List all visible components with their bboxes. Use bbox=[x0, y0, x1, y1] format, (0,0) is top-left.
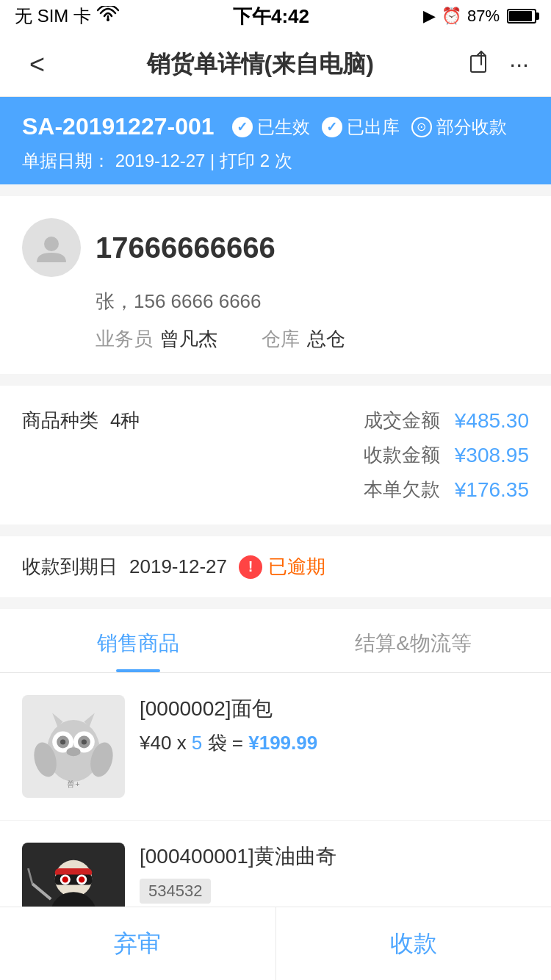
avatar bbox=[22, 218, 81, 277]
alarm-icon: ⏰ bbox=[442, 7, 461, 26]
status-badge-shipped: ✓ 已出库 bbox=[322, 115, 400, 139]
customer-row: 17666666666 bbox=[22, 218, 529, 277]
salesperson-info: 业务员 曾凡杰 bbox=[96, 326, 217, 352]
customer-section: 17666666666 张，156 6666 6666 业务员 曾凡杰 仓库 总… bbox=[0, 196, 551, 374]
customer-phone: 17666666666 bbox=[96, 231, 276, 264]
stats-right: 成交金额 ¥485.30 收款金额 ¥308.95 本单欠款 ¥176.35 bbox=[364, 408, 529, 502]
svg-point-10 bbox=[82, 739, 87, 744]
battery-percent: 87% bbox=[467, 7, 500, 26]
due-date: 2019-12-27 bbox=[129, 555, 227, 578]
check-icon-2: ✓ bbox=[322, 117, 342, 137]
product-name-1: [0000002]面包 bbox=[140, 695, 529, 723]
svg-text:兽+: 兽+ bbox=[67, 779, 79, 788]
order-id: SA-20191227-001 bbox=[22, 113, 215, 140]
tab-settlement[interactable]: 结算&物流等 bbox=[276, 609, 551, 672]
nav-actions: ··· bbox=[468, 48, 529, 81]
battery-icon bbox=[507, 9, 536, 24]
page-title: 销货单详情(来自电脑) bbox=[147, 48, 374, 81]
customer-meta: 业务员 曾凡杰 仓库 总仓 bbox=[22, 326, 529, 352]
svg-point-24 bbox=[79, 876, 84, 882]
status-bar: 无 SIM 卡 下午4:42 ▶ ⏰ 87% bbox=[0, 0, 551, 32]
stats-left: 商品种类 4种 bbox=[22, 408, 140, 433]
location-icon: ▶ bbox=[423, 7, 436, 26]
collect-button[interactable]: 收款 bbox=[276, 907, 552, 980]
warehouse-info: 仓库 总仓 bbox=[262, 326, 345, 352]
svg-point-11 bbox=[66, 747, 80, 756]
svg-point-0 bbox=[107, 18, 109, 21]
svg-point-9 bbox=[60, 739, 65, 744]
svg-point-3 bbox=[44, 237, 59, 251]
product-item: 兽+ [0000002]面包 ¥40 x 5 袋 = ¥199.99 bbox=[0, 673, 551, 821]
product-name-2: [000400001]黄油曲奇 bbox=[140, 843, 529, 871]
stats-section: 商品种类 4种 成交金额 ¥485.30 收款金额 ¥308.95 本单欠款 ¥… bbox=[0, 386, 551, 525]
tab-sales-products[interactable]: 销售商品 bbox=[0, 609, 276, 672]
svg-point-23 bbox=[62, 876, 68, 882]
nav-bar: < 销货单详情(来自电脑) ··· bbox=[0, 32, 551, 97]
header-banner: SA-20191227-001 ✓ 已生效 ✓ 已出库 ⊙ 部分收款 单据日期：… bbox=[0, 97, 551, 184]
customer-info: 张，156 6666 6666 bbox=[22, 289, 529, 314]
wifi-icon bbox=[97, 6, 119, 26]
due-label: 收款到期日 bbox=[22, 554, 118, 580]
overdue-badge: ! 已逾期 bbox=[239, 554, 325, 580]
overdue-text: 已逾期 bbox=[268, 554, 325, 580]
due-section: 收款到期日 2019-12-27 ! 已逾期 bbox=[0, 536, 551, 597]
more-icon[interactable]: ··· bbox=[509, 51, 529, 78]
received-row: 收款金额 ¥308.95 bbox=[364, 442, 529, 468]
banner-row2: 单据日期： 2019-12-27 | 打印 2 次 bbox=[22, 149, 529, 173]
status-time: 下午4:42 bbox=[233, 4, 309, 29]
category-stat: 商品种类 4种 bbox=[22, 408, 140, 433]
product-price-1: ¥40 x 5 袋 = ¥199.99 bbox=[140, 730, 529, 756]
share-icon[interactable] bbox=[468, 48, 494, 81]
svg-rect-1 bbox=[471, 56, 486, 72]
amount-row: 成交金额 ¥485.30 bbox=[364, 408, 529, 433]
product-tag-2: 534532 bbox=[140, 879, 211, 904]
status-badge-activated: ✓ 已生效 bbox=[232, 115, 310, 139]
back-button[interactable]: < bbox=[22, 42, 52, 87]
reject-button[interactable]: 弃审 bbox=[0, 907, 276, 980]
status-badge-partial: ⊙ 部分收款 bbox=[411, 115, 507, 139]
banner-row1: SA-20191227-001 ✓ 已生效 ✓ 已出库 ⊙ 部分收款 bbox=[22, 113, 529, 140]
status-right: ▶ ⏰ 87% bbox=[423, 7, 536, 26]
overdue-icon: ! bbox=[239, 555, 262, 579]
bottom-bar: 弃审 收款 bbox=[0, 907, 551, 980]
tabs-row: 销售商品 结算&物流等 bbox=[0, 609, 551, 673]
status-left: 无 SIM 卡 bbox=[15, 4, 119, 28]
status-badges: ✓ 已生效 ✓ 已出库 ⊙ 部分收款 bbox=[232, 115, 507, 139]
clock-icon: ⊙ bbox=[411, 117, 432, 137]
carrier-text: 无 SIM 卡 bbox=[15, 4, 91, 28]
debt-row: 本单欠款 ¥176.35 bbox=[364, 477, 529, 502]
product-thumbnail-1: 兽+ bbox=[22, 695, 125, 798]
product-info-1: [0000002]面包 ¥40 x 5 袋 = ¥199.99 bbox=[140, 695, 529, 756]
check-icon-1: ✓ bbox=[232, 117, 253, 137]
